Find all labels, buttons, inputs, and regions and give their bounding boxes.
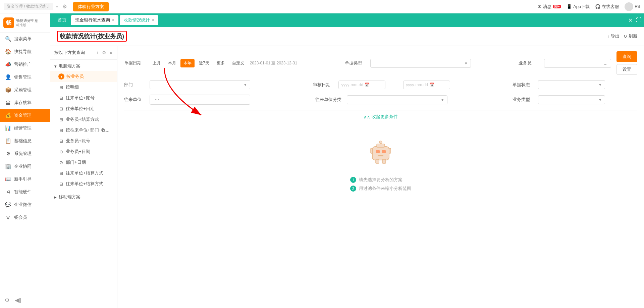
page-area: 收款情况统计(按业务员) ↑ 导出 ↻ 刷新	[50, 27, 644, 308]
svg-rect-4	[378, 155, 383, 156]
date-tab-last-month[interactable]: 上月	[150, 59, 164, 67]
sidebar-item-inventory[interactable]: 🏛 库存核算	[0, 96, 50, 109]
sidebar-item-enterprise[interactable]: 🏢 企业协同	[0, 160, 50, 173]
biz-type-label: 业务类型	[513, 97, 533, 103]
sidebar-item-label: 库存核算	[14, 100, 32, 106]
page-title: 收款情况统计(按业务员)	[57, 31, 127, 42]
tab-receipt-label: 收款情况统计	[124, 17, 150, 23]
partner-type-label: 往来单位分类	[315, 97, 341, 103]
online-service-tool[interactable]: 🎧 在线客服	[595, 4, 619, 10]
scheme-item-unit-settle1[interactable]: ⊞ 往来单位+结算方式	[50, 168, 117, 178]
salesperson-date-icon: ⊙	[58, 149, 64, 154]
partner-select[interactable]: ···	[150, 95, 250, 105]
breadcrumb-area: 资金管理 / 收款情况统计 ▼ ⚙ 体验行业方案	[4, 2, 538, 11]
tab-close-window-btn[interactable]: ✕	[628, 17, 633, 23]
bottom-settings-btn[interactable]: ⚙	[3, 296, 11, 305]
settings-icon[interactable]: ⚙	[61, 2, 68, 11]
scheme-item-salesperson-settle[interactable]: ⊞ 业务员+结算方式	[50, 114, 117, 125]
scheme-settings-btn[interactable]: ⚙	[101, 49, 107, 56]
calendar-icon: 📅	[365, 83, 370, 87]
dots-icon[interactable]: ···	[155, 97, 159, 103]
sidebar-item-quick-nav[interactable]: 🏠 快捷导航	[0, 45, 50, 58]
sidebar-item-search[interactable]: 🔍 搜索菜单	[0, 33, 50, 45]
scheme-item-dept-date[interactable]: ⊙ 部门+日期	[50, 157, 117, 168]
voucher-type-select[interactable]: ▾	[370, 59, 471, 68]
date-tab-custom[interactable]: 自定义	[229, 59, 247, 67]
refresh-btn[interactable]: ↻ 刷新	[624, 33, 637, 39]
review-date-start[interactable]: yyyy-mm-dd 📅	[338, 81, 385, 89]
tab-bank-flow[interactable]: 现金银行流水查询 ×	[71, 15, 118, 25]
scheme-header-icons: + ⚙ «	[95, 49, 113, 56]
sidebar-item-wechat[interactable]: 💬 企业微信	[0, 198, 50, 211]
biz-type-select[interactable]: ▾	[538, 95, 605, 104]
sidebar-item-system[interactable]: ⚙ 系统管理	[0, 147, 50, 160]
sidebar-item-member[interactable]: V 畅会员	[0, 211, 50, 224]
date-tab-this-year[interactable]: 本年	[180, 59, 195, 67]
tab-receipt-close[interactable]: ×	[152, 18, 154, 22]
scheme-add-btn[interactable]: +	[95, 49, 99, 56]
scheme-item-salesperson-account[interactable]: ⊟ 业务员+账号	[50, 136, 117, 146]
tab-maximize-btn[interactable]: ⛶	[636, 17, 641, 23]
date-tab-more[interactable]: 更多	[214, 59, 228, 67]
query-button[interactable]: 查询	[616, 51, 637, 62]
sidebar-item-label: 快捷导航	[14, 49, 32, 55]
message-tool[interactable]: ✉ 消息 99+	[538, 4, 561, 10]
collapse-more-conditions-btn[interactable]: ∧∧ 收起更多条件	[124, 110, 637, 123]
chevron-down-icon: ▾	[599, 82, 601, 87]
bottom-collapse-btn[interactable]: ◀‖	[13, 296, 23, 305]
sidebar-item-sales[interactable]: 👤 销售管理	[0, 71, 50, 84]
sidebar-item-base-info[interactable]: 📋 基础信息	[0, 135, 50, 147]
scheme-item-salesperson-date[interactable]: ⊙ 业务员+日期	[50, 146, 117, 157]
svg-rect-3	[382, 150, 386, 153]
sidebar-item-operation[interactable]: 📊 经营管理	[0, 122, 50, 135]
app-download-label: App下载	[573, 4, 590, 10]
salesperson-select[interactable]: ...	[544, 59, 611, 68]
sidebar-item-smart-hw[interactable]: 🖨 智能硬件	[0, 186, 50, 198]
active-indicator: ●	[58, 73, 64, 80]
date-tab-7days[interactable]: 近7天	[196, 59, 212, 67]
tab-bank-flow-close[interactable]: ×	[112, 18, 114, 22]
user-avatar-tool[interactable]: Rit	[625, 2, 640, 11]
sidebar-logo: 畅 畅捷通好生意 标准版	[0, 13, 50, 33]
app-download-tool[interactable]: 📱 App下载	[567, 4, 590, 10]
scheme-section-mobile-title[interactable]: ▸ 移动端方案	[50, 192, 117, 202]
scheme-item-unit-dept-recv[interactable]: ⊟ 按往来单位+部门+收...	[50, 125, 117, 136]
date-label: 单据日期	[124, 60, 144, 66]
scheme-item-unit-settle2[interactable]: ⊟ 往来单位+结算方式	[50, 178, 117, 189]
scheme-item-unit-account[interactable]: ⊟ 往来单位+账号	[50, 93, 117, 103]
main-content: 首页 现金银行流水查询 × 收款情况统计 × ✕ ⛶ 收款情况统计(按业务员)	[50, 13, 644, 308]
scheme-item-by-detail[interactable]: ⊞ 按明细	[50, 82, 117, 93]
scheme-collapse-btn[interactable]: «	[109, 49, 113, 56]
sidebar-item-finance[interactable]: 💰 资金管理	[0, 109, 50, 122]
sidebar-item-marketing[interactable]: 📣 营销推广	[0, 58, 50, 71]
trial-button[interactable]: 体验行业方案	[73, 2, 109, 11]
scheme-item-label: 业务员+账号	[66, 138, 90, 144]
scheme-header-label: 按以下方案查询	[54, 50, 85, 56]
voucher-status-select[interactable]: ▾	[538, 80, 605, 89]
scheme-section-desktop-title[interactable]: ▾ 电脑端方案	[50, 61, 117, 71]
chevron-down-icon: ▾	[441, 97, 444, 102]
partner-type-select[interactable]: ▾	[347, 95, 447, 104]
mobile-section-label: 移动端方案	[59, 194, 80, 200]
content-wrapper: 按以下方案查询 + ⚙ « ▾ 电脑端方案 ●	[50, 46, 644, 308]
sidebar-item-purchase[interactable]: 📦 采购管理	[0, 84, 50, 96]
dept-select[interactable]: ▾	[150, 80, 250, 89]
sidebar-item-label: 销售管理	[14, 74, 32, 80]
scheme-item-label: 按业务员	[66, 73, 84, 80]
scheme-item-unit-date[interactable]: ⊟ 往来单位+日期	[50, 103, 117, 114]
sidebar-item-guide[interactable]: 📖 新手引导	[0, 173, 50, 186]
base-info-icon: 📋	[5, 138, 11, 144]
scheme-item-by-salesperson[interactable]: ● 按业务员	[50, 71, 117, 82]
logo-text: 畅捷通好生意	[16, 18, 38, 23]
tab-home[interactable]: 首页	[53, 13, 71, 27]
logo-icon: 畅	[3, 17, 14, 28]
filter-panel: 单据日期 上月 本月 本年 近7天 更多 自定义 2023-01-01 至 20…	[117, 46, 644, 308]
page-header: 收款情况统计(按业务员) ↑ 导出 ↻ 刷新	[50, 27, 644, 46]
settings-button[interactable]: 设置	[616, 64, 637, 75]
date-tab-this-month[interactable]: 本月	[165, 59, 179, 67]
export-btn[interactable]: ↑ 导出	[607, 33, 620, 39]
review-date-end[interactable]: yyyy-mm-dd 📅	[403, 81, 450, 89]
collapse-label: 收起更多条件	[372, 114, 398, 120]
filter-row-partner: 往来单位 ··· 往来单位分类 ▾ 业务类型	[124, 95, 637, 105]
tab-receipt[interactable]: 收款情况统计 ×	[120, 15, 158, 25]
